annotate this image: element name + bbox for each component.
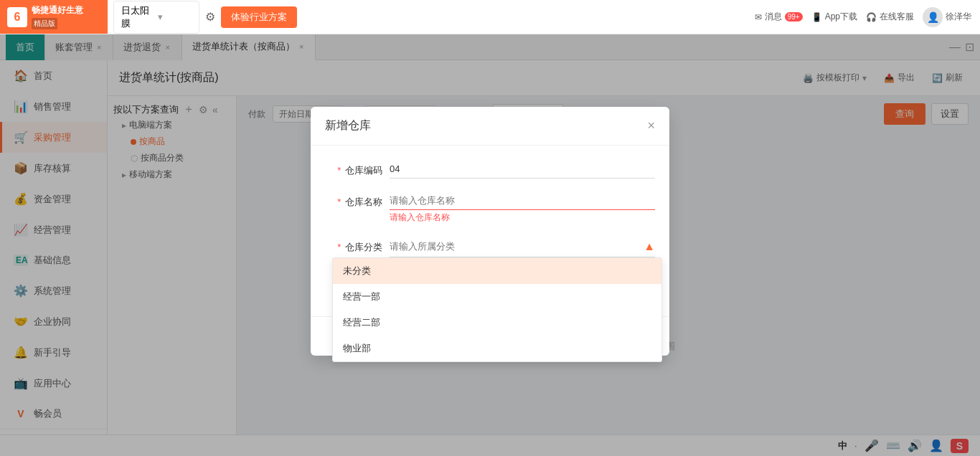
- gear-icon[interactable]: ⚙: [205, 10, 215, 24]
- required-star-name: *: [337, 196, 341, 207]
- category-dropdown-row: ▲: [390, 237, 655, 257]
- code-input[interactable]: [390, 160, 655, 179]
- store-selector[interactable]: 日太阳膜 ▾: [113, 1, 199, 34]
- dropdown-option-2[interactable]: 经营二部: [333, 310, 661, 336]
- logo-title: 畅捷通好生意: [32, 4, 83, 16]
- name-field-wrap: 请输入仓库名称: [390, 191, 655, 224]
- app-download-button[interactable]: 📱 App下载: [811, 11, 857, 23]
- dropdown-option-1[interactable]: 经营一部: [333, 284, 661, 310]
- phone-icon: 📱: [811, 12, 822, 22]
- user-profile[interactable]: 👤 徐泽华: [923, 7, 971, 27]
- category-label: * 仓库分类: [325, 237, 382, 254]
- category-field-wrap: ▲ 未分类 经营一部 经营二部 物业部: [390, 237, 655, 257]
- category-dropdown-list: 未分类 经营一部 经营二部 物业部: [332, 257, 662, 362]
- name-label-text: 仓库名称: [345, 196, 382, 207]
- message-icon: ✉: [755, 12, 762, 22]
- dropdown-option-0[interactable]: 未分类: [333, 258, 661, 284]
- modal-close-button[interactable]: ×: [647, 119, 655, 132]
- form-row-code: * 仓库编码: [325, 160, 655, 179]
- modal-body: * 仓库编码 * 仓库名称 请输入仓库名称: [311, 146, 669, 316]
- category-dropdown-arrow[interactable]: ▲: [644, 240, 655, 253]
- modal-header: 新增仓库 ×: [311, 107, 669, 146]
- message-badge: 99+: [785, 12, 803, 22]
- message-button[interactable]: ✉ 消息 99+: [755, 11, 803, 23]
- header-actions: ✉ 消息 99+ 📱 App下载 🎧 在线客服 👤 徐泽华: [755, 7, 971, 27]
- logo-area[interactable]: 6 畅捷通好生意 精品版: [0, 0, 108, 34]
- modal-title: 新增仓库: [325, 118, 371, 133]
- headset-icon: 🎧: [866, 12, 877, 22]
- name-input[interactable]: [390, 191, 655, 210]
- form-row-name: * 仓库名称 请输入仓库名称: [325, 191, 655, 224]
- code-label-text: 仓库编码: [345, 165, 382, 176]
- online-service-label: 在线客服: [880, 11, 914, 23]
- username-label: 徐泽华: [946, 11, 971, 23]
- required-star-code: *: [337, 165, 341, 176]
- app-download-label: App下载: [825, 11, 857, 23]
- dropdown-option-3[interactable]: 物业部: [333, 336, 661, 361]
- category-input[interactable]: [390, 241, 644, 252]
- add-warehouse-modal: 新增仓库 × * 仓库编码 * 仓库名称: [311, 107, 669, 356]
- code-label: * 仓库编码: [325, 160, 382, 177]
- code-field-wrap: [390, 160, 655, 179]
- logo-icon: 6: [7, 7, 27, 27]
- modal-overlay[interactable]: 新增仓库 × * 仓库编码 * 仓库名称: [0, 34, 980, 456]
- form-row-category: * 仓库分类 ▲ 未分类 经营一部 经营二部 物业部: [325, 237, 655, 257]
- top-header: 6 畅捷通好生意 精品版 日太阳膜 ▾ ⚙ 体验行业方案 ✉ 消息 99+ 📱 …: [0, 0, 980, 34]
- logo-text-block: 畅捷通好生意 精品版: [32, 4, 83, 29]
- online-service-button[interactable]: 🎧 在线客服: [866, 11, 914, 23]
- required-star-category: *: [337, 242, 341, 252]
- category-label-text: 仓库分类: [345, 242, 382, 252]
- store-name: 日太阳膜: [121, 4, 155, 30]
- message-label: 消息: [765, 11, 782, 23]
- name-label: * 仓库名称: [325, 191, 382, 209]
- logo-badge: 精品版: [32, 18, 57, 29]
- trial-button[interactable]: 体验行业方案: [221, 6, 297, 28]
- avatar: 👤: [923, 7, 943, 27]
- chevron-down-icon: ▾: [158, 11, 192, 22]
- name-error-msg: 请输入仓库名称: [390, 212, 655, 224]
